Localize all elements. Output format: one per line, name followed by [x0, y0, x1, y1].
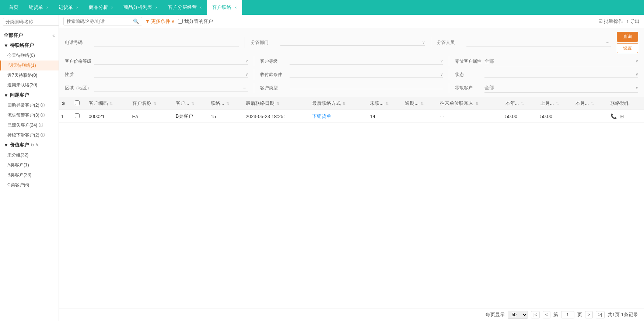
- customer-type-select[interactable]: [290, 87, 443, 89]
- per-page-select[interactable]: 50 100 200: [508, 311, 528, 319]
- col-checkbox[interactable]: [73, 97, 87, 110]
- sidebar-collapse-icon[interactable]: «: [52, 33, 55, 38]
- col-last-date[interactable]: 最后联络日期 ⇅: [244, 97, 310, 110]
- nav-close-icon[interactable]: ×: [46, 0, 48, 15]
- export-icon: ↑: [627, 18, 629, 24]
- prev-page-btn[interactable]: <: [543, 311, 550, 318]
- sidebar-item-overdue-contact[interactable]: 逾期未联络(30): [0, 80, 59, 90]
- sidebar-item-week-contact[interactable]: 近7天待联络(0): [0, 70, 59, 80]
- col-gear[interactable]: ⚙: [59, 97, 73, 110]
- nav-close-icon[interactable]: ×: [155, 0, 157, 15]
- nav-item-进货单[interactable]: 进货单×: [53, 0, 83, 15]
- divider-2: [431, 37, 431, 48]
- last-method-link[interactable]: 下销货单: [312, 113, 331, 119]
- nav-close-icon[interactable]: ×: [111, 0, 113, 15]
- nav-close-icon[interactable]: ×: [234, 0, 237, 15]
- batch-op-btn[interactable]: ☑ 批量操作: [598, 18, 623, 25]
- nature-select[interactable]: ∨: [94, 71, 248, 78]
- col-overdue[interactable]: 逾期... ⇅: [403, 97, 438, 110]
- status-select[interactable]: ∨: [484, 71, 638, 78]
- col-last-month[interactable]: 上月... ⇅: [538, 97, 573, 110]
- dept-select[interactable]: ∨: [280, 39, 425, 46]
- retail-customer-select[interactable]: 全部 ∨: [484, 83, 638, 93]
- region-select[interactable]: ···: [94, 84, 248, 92]
- filter-panel: 电话号码 分管部门 ∨ 分管人员 ···: [59, 28, 644, 97]
- cell-this-month: [573, 110, 608, 123]
- value-section-edit-icon[interactable]: ✎: [35, 143, 39, 148]
- table-header-row: ⚙ 客户编码 ⇅ 客户名称 ⇅ 客户... ⇅ 联络... ⇅ 最后联络日期 ⇅…: [59, 97, 644, 110]
- filter-retail-attr: 零散客户属性 全部 ∨: [455, 57, 638, 66]
- filter-row-4: 区域（地区） ··· 客户类型 零散客户: [65, 83, 638, 93]
- col-not-contacted[interactable]: 未联... ⇅: [368, 97, 403, 110]
- last-page-btn[interactable]: >|: [596, 311, 605, 318]
- export-btn[interactable]: ↑ 导出: [627, 18, 640, 25]
- retail-attr-select[interactable]: 全部 ∨: [484, 57, 638, 66]
- price-level-select[interactable]: ∨: [94, 58, 248, 65]
- main-search-icon[interactable]: 🔍: [133, 18, 139, 24]
- query-btn[interactable]: 查询: [617, 32, 638, 42]
- nav-close-icon[interactable]: ×: [200, 0, 202, 15]
- cell-last-method[interactable]: 下销货单: [310, 110, 368, 123]
- row-checkbox[interactable]: [75, 113, 80, 118]
- retail-customer-chevron-icon: ∨: [636, 86, 638, 90]
- sidebar-item-lost-warning[interactable]: 流失预警客户(3) ⓘ: [0, 110, 59, 120]
- sidebar-item-today-contact[interactable]: 今天待联络(0): [0, 51, 59, 61]
- first-page-btn[interactable]: |<: [531, 311, 540, 318]
- person-label: 分管人员: [437, 39, 466, 46]
- nav-item-首页[interactable]: 首页: [4, 0, 24, 15]
- dept-label: 分管部门: [251, 39, 280, 46]
- nav-item-商品分析列表[interactable]: 商品分析列表×: [118, 0, 162, 15]
- phone-action-icon[interactable]: 📞: [610, 113, 617, 119]
- my-customers-checkbox[interactable]: [178, 19, 183, 24]
- filter-person: 分管人员 ···: [437, 39, 611, 46]
- col-code[interactable]: 客户编码 ⇅: [87, 97, 130, 110]
- col-year-amount[interactable]: 本年... ⇅: [503, 97, 538, 110]
- value-tri-icon: ▼: [4, 142, 8, 148]
- grid-action-icon[interactable]: ⊞: [620, 113, 624, 119]
- retail-attr-chevron-icon: ∨: [636, 59, 638, 63]
- phone-label: 电话号码: [65, 39, 94, 46]
- filter-row-3: 性质 ∨ 收付款条件 ∨ 状态: [65, 69, 638, 80]
- nav-item-商品分析[interactable]: 商品分析×: [84, 0, 118, 15]
- customer-level-select[interactable]: ∨: [290, 58, 443, 65]
- nav-item-客户联络[interactable]: 客户联络×: [207, 0, 242, 15]
- col-unit-contact[interactable]: 往来单位联系人 ⇅: [438, 97, 503, 110]
- sidebar-item-continuous-decline[interactable]: 持续下滑客户(2) ⓘ: [0, 130, 59, 140]
- sidebar-item-tomorrow-contact[interactable]: 明天待联络(1): [0, 61, 59, 70]
- setting-btn[interactable]: 设置: [617, 43, 638, 53]
- col-name[interactable]: 客户名称 ⇅: [130, 97, 174, 110]
- sidebar-item-abnormal-repurchase[interactable]: 回购异常客户(2) ⓘ: [0, 100, 59, 110]
- nav-item-销货单[interactable]: 销货单×: [24, 0, 53, 15]
- cell-checkbox[interactable]: [73, 110, 87, 123]
- next-page-btn[interactable]: >: [585, 311, 593, 318]
- my-customers-checkbox-label[interactable]: 我分管的客户: [178, 18, 213, 25]
- sidebar-search-input[interactable]: [3, 18, 59, 26]
- col-last-method[interactable]: 最后联络方式 ⇅: [310, 97, 368, 110]
- phone-input[interactable]: [94, 39, 239, 46]
- page-number-input[interactable]: [561, 311, 574, 318]
- nav-close-icon[interactable]: ×: [76, 0, 78, 15]
- sidebar-item-a-class[interactable]: A类客户(1): [0, 160, 59, 170]
- main-search-input[interactable]: [67, 19, 133, 24]
- sidebar-item-ungroup[interactable]: 未分组(32): [0, 150, 59, 160]
- person-select[interactable]: ···: [466, 39, 611, 46]
- col-type[interactable]: 客户... ⇅: [174, 97, 209, 110]
- more-filter-btn[interactable]: ▼ 更多条件 ∧: [145, 18, 175, 25]
- sidebar-item-c-class[interactable]: C类客户(6): [0, 180, 59, 190]
- cell-name: Ea: [130, 110, 174, 123]
- sidebar-item-already-lost[interactable]: 已流失客户(24) ⓘ: [0, 120, 59, 130]
- col-this-month[interactable]: 本月... ⇅: [573, 97, 608, 110]
- value-section-refresh-icon[interactable]: ↻: [31, 143, 34, 148]
- select-all-checkbox[interactable]: [75, 100, 80, 105]
- col-contact-count[interactable]: 联络... ⇅: [209, 97, 244, 110]
- person-ellipsis: ···: [604, 40, 611, 45]
- dept-chevron-icon: ∨: [422, 40, 425, 44]
- filter-dept: 分管部门 ∨: [251, 39, 425, 46]
- filter-row-1: 电话号码 分管部门 ∨ 分管人员 ···: [65, 32, 638, 53]
- gear-icon[interactable]: ⚙: [61, 101, 66, 106]
- checkbox-icon: ☑: [598, 18, 603, 24]
- nav-item-客户分层经营[interactable]: 客户分层经营×: [163, 0, 207, 15]
- per-page-label: 每页显示: [486, 311, 505, 318]
- payment-select[interactable]: ∨: [290, 71, 443, 78]
- sidebar-item-b-class[interactable]: B类客户(33): [0, 170, 59, 180]
